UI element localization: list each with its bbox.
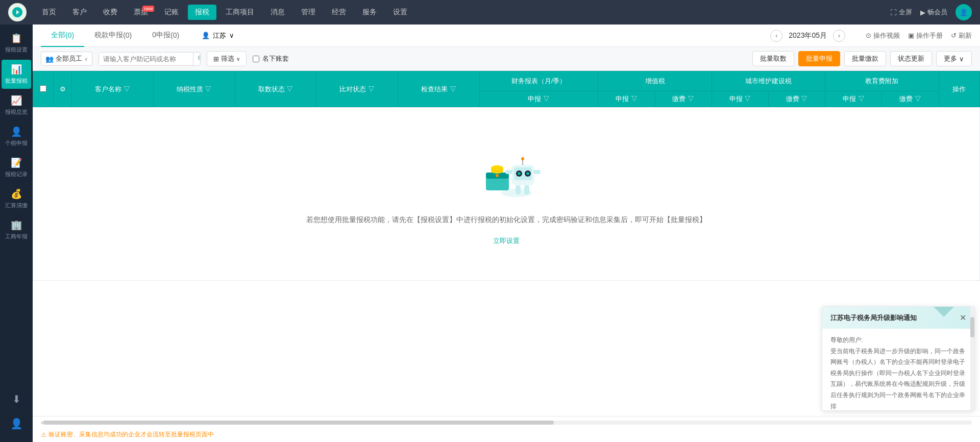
nav-home[interactable]: 首页: [35, 5, 63, 20]
operation-manual-button[interactable]: ▣ 操作手册: [908, 31, 943, 40]
robot-illustration: [471, 142, 542, 203]
annual-report-icon: 🏢: [11, 219, 22, 231]
sidebar-item-batch-tax[interactable]: 📊 批量报税: [2, 60, 31, 89]
sidebar-item-label-settlement: 汇算清缴: [5, 202, 28, 209]
th-customer-name: 客户名称 ▽: [72, 71, 154, 107]
next-month-button[interactable]: ›: [833, 30, 845, 42]
th-edu-pay: 缴费 ▽: [882, 91, 939, 107]
member-icon: ▶: [920, 9, 925, 16]
th-edu-declare: 申报 ▽: [825, 91, 882, 107]
svg-rect-17: [505, 170, 512, 174]
search-button[interactable]: 🔍: [193, 53, 201, 65]
sidebar-item-tax-overview[interactable]: 📈 报税总览: [2, 91, 31, 120]
nav-fee[interactable]: 收费: [96, 5, 125, 20]
sort-icon[interactable]: ▽: [543, 95, 550, 103]
notification-panel: 江苏电子税务局升级影响通知 ✕ 尊敬的用户: 受当前电子税务局进一步升级的影响，…: [822, 306, 975, 411]
th-vat-pay: 缴费 ▽: [655, 91, 712, 107]
personal-tax-icon: 👤: [11, 126, 22, 137]
tab-zero-declare[interactable]: 0申报(0): [142, 24, 189, 47]
notification-scrollbar[interactable]: [970, 307, 974, 410]
svg-point-12: [526, 172, 529, 175]
sort-icon[interactable]: ▽: [858, 95, 865, 103]
warning-bar: ⚠ 验证账密、采集信息均成功的企业才会流转至批量报税页面中: [33, 428, 980, 442]
setup-link[interactable]: 立即设置: [493, 236, 520, 245]
sidebar-item-tax-record[interactable]: 📝 报税记录: [2, 153, 31, 182]
nav-operation[interactable]: 经营: [325, 5, 353, 20]
sort-icon-customer[interactable]: ▽: [124, 85, 130, 93]
main-content-area: 全部(0) 税款申报(0) 0申报(0) 👤 江苏 ∨ ‹ 2023年05月 ›…: [33, 24, 980, 442]
th-select-all[interactable]: [33, 71, 54, 107]
batch-pay-button[interactable]: 批量缴款: [844, 51, 886, 66]
horizontal-scrollbar[interactable]: [43, 421, 972, 425]
sidebar-item-settlement[interactable]: 💰 汇算清缴: [2, 184, 31, 213]
search-input[interactable]: [99, 53, 193, 65]
toolbar-right-buttons: 批量取数 批量申报 批量缴款 状态更新 更多 ∨: [752, 51, 972, 66]
batch-declare-button[interactable]: 批量申报: [798, 51, 840, 66]
sort-icon-fetch[interactable]: ▽: [286, 85, 293, 93]
sidebar-item-personal-tax[interactable]: 👤 个税申报: [2, 122, 31, 151]
sort-icon[interactable]: ▽: [631, 95, 638, 103]
sort-icon-check[interactable]: ▽: [450, 85, 456, 93]
settings-icon[interactable]: ⚙: [60, 85, 66, 93]
member-button[interactable]: ▶ 畅会员: [920, 8, 947, 17]
svg-point-14: [521, 157, 524, 160]
th-financial-declare: 申报 ▽: [479, 91, 598, 107]
sidebar-download-button[interactable]: ⬇: [8, 389, 25, 409]
employee-chevron-icon: ∨: [84, 56, 88, 62]
account-checkbox[interactable]: [253, 56, 259, 62]
app-logo[interactable]: [8, 3, 27, 21]
main-layout: 📋 报税设置 📊 批量报税 📈 报税总览 👤 个税申报 📝 报税记录 💰 汇算清…: [0, 24, 980, 442]
notification-title: 江苏电子税务局升级影响通知: [830, 313, 917, 323]
sidebar-item-label-tax-settings: 报税设置: [5, 46, 28, 54]
nav-invoice[interactable]: 票据 new: [127, 5, 155, 20]
nav-service[interactable]: 服务: [355, 5, 384, 20]
status-update-button[interactable]: 状态更新: [890, 51, 932, 66]
sidebar-item-tax-settings[interactable]: 📋 报税设置: [2, 29, 31, 58]
fullscreen-button[interactable]: ⛶ 全屏: [890, 8, 912, 17]
filter-chevron-icon: ∨: [236, 56, 240, 62]
nav-message[interactable]: 消息: [263, 5, 292, 20]
th-urban-declare: 申报 ▽: [712, 91, 768, 107]
notification-close-button[interactable]: ✕: [960, 313, 966, 323]
sidebar-user-button[interactable]: 👤: [6, 413, 27, 434]
prev-month-button[interactable]: ‹: [770, 30, 782, 42]
sidebar-item-annual-report[interactable]: 🏢 工商年报: [2, 215, 31, 244]
warning-text: 验证账密、采集信息均成功的企业才会流转至批量报税页面中: [48, 430, 214, 439]
th-tax-nature: 纳税性质 ▽: [153, 71, 235, 107]
filter-button[interactable]: ⊞ 筛选 ∨: [207, 51, 247, 66]
nav-tax[interactable]: 报税: [188, 5, 216, 20]
filter-icon: ⊞: [213, 55, 219, 63]
tab-all[interactable]: 全部(0): [41, 24, 84, 47]
operation-video-button[interactable]: ⊙ 操作视频: [866, 31, 900, 40]
sort-icon[interactable]: ▽: [915, 95, 921, 103]
nav-bookkeeping[interactable]: 记账: [157, 5, 186, 20]
nav-management[interactable]: 管理: [294, 5, 323, 20]
sort-icon[interactable]: ▽: [744, 95, 751, 103]
tabs-bar: 全部(0) 税款申报(0) 0申报(0) 👤 江苏 ∨ ‹ 2023年05月 ›…: [33, 24, 980, 47]
tax-settings-icon: 📋: [11, 33, 22, 44]
th-fetch-status: 取数状态 ▽: [235, 71, 316, 107]
select-all-checkbox[interactable]: [40, 85, 46, 92]
notification-scroll-thumb[interactable]: [970, 317, 974, 337]
nav-business[interactable]: 工商项目: [218, 5, 261, 20]
th-education: 教育费附加: [825, 71, 939, 91]
nav-customer[interactable]: 客户: [65, 5, 94, 20]
more-button[interactable]: 更多 ∨: [936, 51, 972, 66]
employee-select[interactable]: 👥 全部员工 ∨: [41, 52, 92, 66]
avatar[interactable]: 👤: [955, 4, 972, 20]
nav-settings[interactable]: 设置: [386, 5, 414, 20]
th-vat-declare: 申报 ▽: [598, 91, 655, 107]
settlement-icon: 💰: [11, 188, 22, 200]
batch-fetch-button[interactable]: 批量取数: [752, 51, 794, 66]
refresh-button[interactable]: ↺ 刷新: [951, 31, 972, 40]
region-icon: 👤: [202, 32, 210, 39]
account-checkbox-label[interactable]: 名下账套: [253, 54, 289, 63]
region-selector[interactable]: 👤 江苏 ∨: [193, 31, 242, 40]
sort-icon-tax-nature[interactable]: ▽: [205, 85, 211, 93]
sort-icon[interactable]: ▽: [801, 95, 807, 103]
tab-tax-declare[interactable]: 税款申报(0): [84, 24, 142, 47]
sort-icon[interactable]: ▽: [688, 95, 694, 103]
bottom-area: ‹ ⚠ 验证账密、采集信息均成功的企业才会流转至批量报税页面中: [33, 416, 980, 442]
th-settings[interactable]: ⚙: [54, 71, 72, 107]
sort-icon-compare[interactable]: ▽: [368, 85, 375, 93]
